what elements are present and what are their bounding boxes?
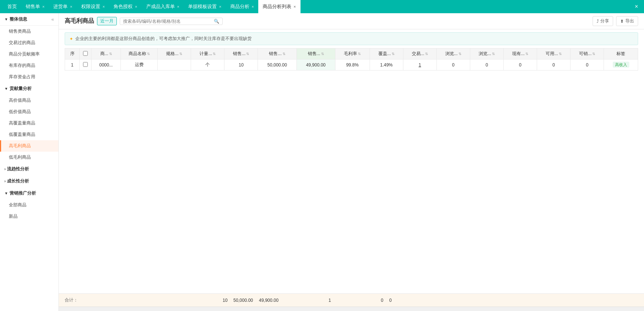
footer-available-stock: 0: [386, 298, 395, 303]
sidebar-group-contribution[interactable]: ▼ 贡献量分析: [0, 83, 58, 95]
cell-unit: 个: [191, 59, 224, 70]
nav-close-purchase[interactable]: ×: [70, 4, 72, 9]
cell-spec: [158, 59, 191, 70]
col-header-sales-amount[interactable]: 销售... ⇅: [258, 48, 296, 59]
sidebar-group-growth[interactable]: › 成长性分析: [0, 175, 58, 187]
sort-icon-coverage: ⇅: [392, 52, 395, 56]
sidebar-item-low-margin[interactable]: 低毛利商品: [0, 152, 58, 163]
nav-label-analysis: 商品分析: [230, 3, 249, 10]
sidebar-item-low-coverage[interactable]: 低覆盖量商品: [0, 129, 58, 140]
top-navigation: 首页 销售单 × 进货单 × 权限设置 × 角色授权 × 产成品入库单 × 单据…: [0, 0, 644, 13]
nav-item-purchase[interactable]: 进货单 ×: [49, 0, 76, 13]
sort-icon-code: ⇅: [109, 52, 112, 56]
horizontal-scrollbar[interactable]: [59, 307, 644, 311]
footer-sales-amount: 50,000.00: [230, 298, 256, 303]
sidebar-item-stocked-goods[interactable]: 有库存的商品: [0, 60, 58, 71]
col-available-stock-label: 可用...: [546, 51, 558, 57]
col-header-transactions[interactable]: 交易... ⇅: [403, 48, 436, 59]
window-close-button[interactable]: ×: [632, 3, 641, 10]
col-header-sales-profit[interactable]: 销售... ⇅: [296, 48, 335, 59]
share-icon: ⤴: [597, 19, 599, 24]
nav-item-analysis-list[interactable]: 商品分析列表 ×: [258, 0, 300, 13]
col-header-sales-qty[interactable]: 销售... ⇅: [224, 48, 258, 59]
sidebar-item-all-goods[interactable]: 全部商品: [0, 199, 58, 211]
col-transactions-label: 交易...: [412, 51, 424, 57]
nav-close-sales[interactable]: ×: [42, 4, 44, 9]
col-header-coverage[interactable]: 覆盖... ⇅: [370, 48, 403, 59]
cell-browse2: 0: [470, 59, 503, 70]
table-header-row: 序 商... ⇅ 商品名称: [65, 48, 638, 59]
col-sales-profit-label: 销售...: [308, 51, 320, 57]
sidebar-collapse-button[interactable]: «: [50, 16, 55, 23]
nav-item-template[interactable]: 单据模板设置 ×: [184, 0, 226, 13]
period-button-month[interactable]: 近一月: [97, 17, 117, 25]
cell-name: 运费: [121, 59, 158, 70]
col-header-gross-rate[interactable]: 毛利率 ⇅: [335, 48, 370, 59]
nav-item-sales[interactable]: 销售单 ×: [21, 0, 49, 13]
nav-close-role[interactable]: ×: [135, 4, 137, 9]
sidebar-item-traded-goods[interactable]: 交易过的商品: [0, 37, 58, 48]
nav-close-analysis[interactable]: ×: [252, 4, 254, 9]
col-header-code[interactable]: 商... ⇅: [91, 48, 121, 59]
col-header-browse1[interactable]: 浏览... ⇅: [436, 48, 470, 59]
col-header-available-stock[interactable]: 可用... ⇅: [537, 48, 571, 59]
nav-label-sales: 销售单: [26, 3, 40, 10]
sidebar-group-marketing[interactable]: ▼ 营销推广分析: [0, 187, 58, 199]
col-header-browse2[interactable]: 浏览... ⇅: [470, 48, 503, 59]
sidebar-item-stock-capital[interactable]: 库存资金占用: [0, 71, 58, 83]
nav-close-permission[interactable]: ×: [102, 4, 105, 9]
table-row: 1 0000... 运费 个 10 50,000.00 49,900.00 99…: [65, 59, 638, 70]
sidebar-item-high-coverage[interactable]: 高覆盖量商品: [0, 117, 58, 129]
select-all-checkbox[interactable]: [83, 51, 88, 56]
cell-gross-rate: 99.8%: [335, 59, 370, 70]
transactions-link[interactable]: 1: [418, 62, 421, 68]
arrow-icon-contribution: ▼: [4, 87, 8, 91]
col-header-name[interactable]: 商品名称 ⇅: [121, 48, 158, 59]
nav-close-template[interactable]: ×: [219, 4, 221, 9]
nav-close-warehouse[interactable]: ×: [177, 4, 179, 9]
col-header-checkbox[interactable]: [80, 48, 91, 59]
sidebar-group-overall[interactable]: ▼ 整体信息: [3, 15, 29, 24]
sort-icon-name: ⇅: [147, 52, 150, 56]
sidebar-item-sales-goods[interactable]: 销售类商品: [0, 26, 58, 37]
col-header-unit[interactable]: 计量... ⇅: [191, 48, 224, 59]
export-button[interactable]: ⬆ 导出: [616, 16, 638, 26]
col-header-sellable-stock[interactable]: 可销... ⇅: [571, 48, 604, 59]
sidebar-item-high-value[interactable]: 高价值商品: [0, 95, 58, 106]
nav-label-template: 单据模板设置: [188, 3, 217, 10]
nav-item-role[interactable]: 角色授权 ×: [109, 0, 141, 13]
sidebar-item-contribution-rate[interactable]: 商品分贡献频率: [0, 48, 58, 60]
sidebar-item-low-value[interactable]: 低价值商品: [0, 106, 58, 117]
arrow-icon-overall: ▼: [4, 17, 8, 21]
sidebar-item-new-goods[interactable]: 新品: [0, 211, 58, 222]
share-label: 分享: [600, 18, 609, 24]
cell-sales-qty: 10: [224, 59, 258, 70]
sidebar-group-contribution-label: 贡献量分析: [10, 86, 32, 92]
search-input[interactable]: [123, 19, 214, 24]
col-header-spec[interactable]: 规格... ⇅: [158, 48, 191, 59]
nav-item-analysis[interactable]: 商品分析 ×: [226, 0, 258, 13]
col-sellable-stock-label: 可销...: [579, 51, 591, 57]
col-unit-label: 计量...: [199, 51, 212, 57]
footer-sales-profit: 49,900.00: [256, 298, 281, 303]
sidebar-item-high-margin[interactable]: 高毛利商品: [0, 140, 58, 152]
col-coverage-label: 覆盖...: [378, 51, 391, 57]
nav-item-home[interactable]: 首页: [3, 0, 21, 13]
share-button[interactable]: ⤴ 分享: [593, 16, 613, 26]
nav-item-warehouse[interactable]: 产成品入库单 ×: [142, 0, 184, 13]
nav-label-role: 角色授权: [114, 3, 133, 10]
col-header-current-stock[interactable]: 现有... ⇅: [504, 48, 537, 59]
cell-checkbox[interactable]: [80, 59, 91, 70]
row-checkbox[interactable]: [83, 62, 88, 67]
nav-close-analysis-list[interactable]: ×: [294, 4, 296, 9]
nav-item-permission[interactable]: 权限设置 ×: [77, 0, 109, 13]
sidebar-group-trend[interactable]: › 流趋性分析: [0, 163, 58, 175]
sidebar-group-overall-label: 整体信息: [10, 16, 27, 22]
sort-icon-browse2: ⇅: [492, 52, 495, 56]
sidebar-group-overall-items: 销售类商品 交易过的商品 商品分贡献频率 有库存的商品 库存资金占用: [0, 26, 58, 83]
tag-badge: 高收入: [613, 62, 629, 68]
cell-sales-profit: 49,900.00: [296, 59, 335, 70]
search-icon[interactable]: 🔍: [214, 19, 219, 24]
cell-tag: 高收入: [604, 59, 638, 70]
sort-icon-current-stock: ⇅: [525, 52, 528, 56]
